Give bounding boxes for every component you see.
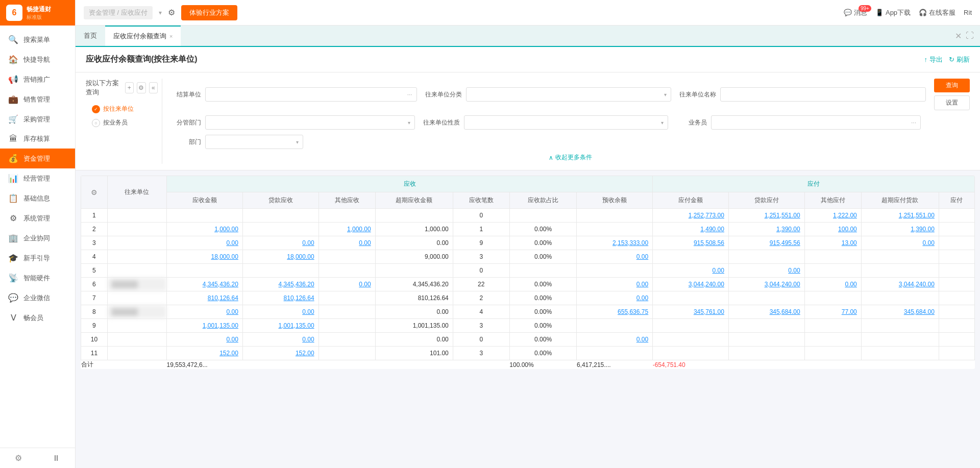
sidebar-item-corp[interactable]: 🏢 企业协同 <box>0 228 75 248</box>
sidebar-item-wechat[interactable]: 💬 企业微信 <box>0 288 75 308</box>
table-cell[interactable] <box>861 264 939 278</box>
table-cell[interactable]: 13.00 <box>804 236 861 250</box>
table-cell[interactable] <box>861 291 939 305</box>
sidebar-item-quick[interactable]: 🏠 快捷导航 <box>0 50 75 69</box>
table-cell[interactable]: 1,251,551.00 <box>728 209 804 223</box>
total-ar-prepay[interactable]: 6,417,215.... <box>577 360 653 370</box>
scheme-item-salesperson[interactable]: ○ 按业务员 <box>86 116 158 130</box>
table-cell[interactable]: 0.00 <box>242 333 318 347</box>
table-cell[interactable]: 77.00 <box>804 305 861 319</box>
table-cell[interactable]: 915,495.56 <box>728 236 804 250</box>
scheme-item-partner[interactable]: ✓ 按往来单位 <box>86 102 158 116</box>
table-cell[interactable]: 1,390.00 <box>728 223 804 236</box>
table-cell[interactable]: 0.00 <box>577 250 653 264</box>
table-cell[interactable]: 0.00 <box>318 236 375 250</box>
table-cell[interactable] <box>653 250 729 264</box>
total-ar-amount[interactable]: 19,553,472,6... <box>167 360 243 370</box>
table-cell[interactable]: 4,345,436.20 <box>167 278 243 291</box>
sidebar-item-guide[interactable]: 🎓 新手引导 <box>0 248 75 268</box>
table-cell[interactable]: 655,636.75 <box>577 305 653 319</box>
table-cell[interactable]: 0.00 <box>167 236 243 250</box>
table-cell[interactable]: 345,684.00 <box>861 305 939 319</box>
table-cell[interactable] <box>804 333 861 347</box>
table-cell[interactable]: 3,044,240.00 <box>653 278 729 291</box>
tab-close-icon[interactable]: × <box>169 33 173 39</box>
settlement-input[interactable]: ··· <box>205 87 417 102</box>
sidebar-item-management[interactable]: 📊 经营管理 <box>0 168 75 188</box>
table-cell[interactable] <box>318 291 375 305</box>
table-cell[interactable]: 810,126.64 <box>242 291 318 305</box>
table-cell[interactable] <box>861 250 939 264</box>
table-cell[interactable]: 1,000.00 <box>318 223 375 236</box>
table-cell[interactable]: 345,761.00 <box>653 305 729 319</box>
table-cell[interactable]: 1,222.00 <box>804 209 861 223</box>
table-cell[interactable]: 18,000.00 <box>242 250 318 264</box>
table-cell[interactable] <box>728 333 804 347</box>
table-cell[interactable] <box>653 333 729 347</box>
table-cell[interactable]: 100.00 <box>804 223 861 236</box>
table-cell[interactable] <box>242 209 318 223</box>
sidebar-collapse-btn[interactable]: ⏸ <box>52 454 60 463</box>
department-input[interactable]: ▾ <box>205 135 303 149</box>
export-button[interactable]: ↑ 导出 <box>924 55 943 64</box>
table-cell[interactable]: 0.00 <box>167 305 243 319</box>
table-cell[interactable]: 152.00 <box>167 347 243 360</box>
total-ap-amount[interactable]: -654,751.40 <box>653 360 729 370</box>
table-cell[interactable]: 4,345,436.20 <box>242 278 318 291</box>
table-cell[interactable]: 152.00 <box>242 347 318 360</box>
settings-button[interactable]: 设置 <box>934 95 970 110</box>
table-cell[interactable]: 345,684.00 <box>728 305 804 319</box>
table-cell[interactable] <box>728 291 804 305</box>
table-settings-icon[interactable]: ⚙ <box>91 188 97 196</box>
table-cell[interactable]: 0.00 <box>861 236 939 250</box>
table-cell[interactable] <box>804 347 861 360</box>
table-cell[interactable] <box>318 347 375 360</box>
table-cell[interactable]: 0.00 <box>577 291 653 305</box>
table-cell[interactable]: 0.00 <box>242 305 318 319</box>
sidebar-item-hardware[interactable]: 📡 智能硬件 <box>0 268 75 288</box>
table-cell[interactable] <box>861 333 939 347</box>
sidebar-item-purchase[interactable]: 🛒 采购管理 <box>0 109 75 129</box>
sidebar-item-system[interactable]: ⚙ 系统管理 <box>0 208 75 228</box>
table-cell[interactable]: 1,490.00 <box>653 223 729 236</box>
sidebar-item-marketing[interactable]: 📢 营销推广 <box>0 69 75 89</box>
query-button[interactable]: 查询 <box>934 79 970 92</box>
tab-ar-ap-query[interactable]: 应收应付余额查询 × <box>105 26 181 46</box>
table-cell[interactable] <box>167 209 243 223</box>
table-cell[interactable]: 1,001,135.00 <box>167 319 243 333</box>
sidebar-item-basic[interactable]: 📋 基础信息 <box>0 188 75 208</box>
table-cell[interactable] <box>318 319 375 333</box>
table-wrapper[interactable]: ⚙ 往来单位 应收 应付 应收金额 贷款应收 其他应收 超期应收金额 应收笔数 … <box>81 176 975 369</box>
table-cell[interactable]: 810,126.64 <box>167 291 243 305</box>
table-cell[interactable] <box>861 347 939 360</box>
table-cell[interactable]: 2,153,333.00 <box>577 236 653 250</box>
table-cell[interactable]: 1,251,551.00 <box>861 209 939 223</box>
tab-maximize-icon[interactable]: ⛶ <box>966 31 974 40</box>
table-cell[interactable]: 1,001,135.00 <box>242 319 318 333</box>
table-cell[interactable] <box>242 264 318 278</box>
table-cell[interactable]: 0.00 <box>167 333 243 347</box>
table-cell[interactable]: 0.00 <box>242 236 318 250</box>
app-download-btn[interactable]: 📱 App下载 <box>875 8 911 17</box>
category-input[interactable]: ▾ <box>466 87 672 102</box>
filter-collapse-btn[interactable]: « <box>149 82 158 93</box>
table-cell[interactable]: 0.00 <box>804 278 861 291</box>
table-cell[interactable]: 915,508.56 <box>653 236 729 250</box>
table-cell[interactable]: 1,252,773.00 <box>653 209 729 223</box>
online-service-btn[interactable]: 🎧 在线客服 <box>919 8 955 17</box>
sidebar-item-sales[interactable]: 💼 销售管理 <box>0 89 75 109</box>
table-cell[interactable] <box>653 291 729 305</box>
table-cell[interactable] <box>728 250 804 264</box>
sidebar-item-inventory[interactable]: 🏛 库存核算 <box>0 129 75 149</box>
table-cell[interactable]: 18,000.00 <box>167 250 243 264</box>
table-cell[interactable] <box>318 209 375 223</box>
table-cell[interactable] <box>577 209 653 223</box>
table-cell[interactable] <box>318 250 375 264</box>
table-cell[interactable] <box>242 223 318 236</box>
table-cell[interactable] <box>728 347 804 360</box>
topbar-gear-icon[interactable]: ⚙ <box>168 8 175 17</box>
table-cell[interactable] <box>167 264 243 278</box>
salesperson-input[interactable]: ··· <box>711 115 921 130</box>
table-cell[interactable] <box>861 319 939 333</box>
partner-name-input[interactable] <box>720 87 926 102</box>
